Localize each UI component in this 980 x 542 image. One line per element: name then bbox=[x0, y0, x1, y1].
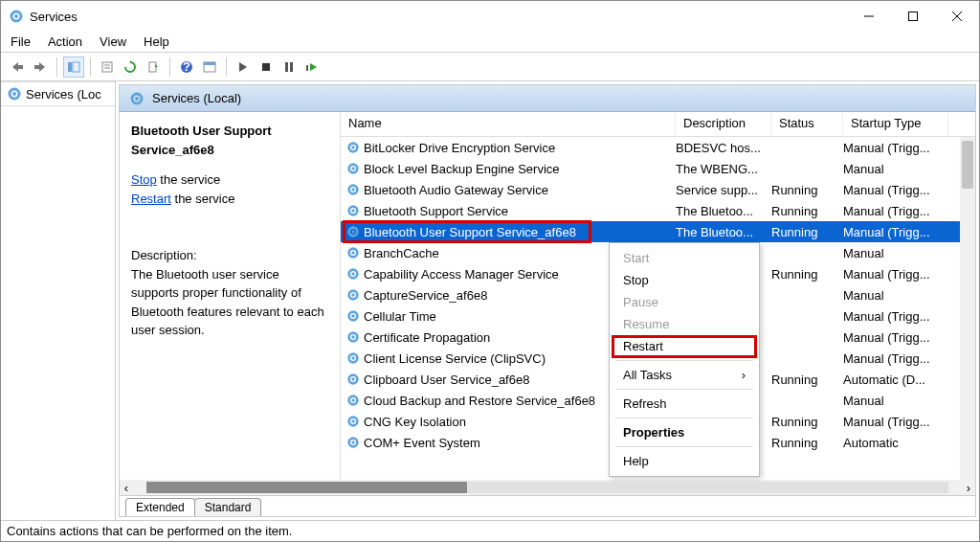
svg-point-1 bbox=[14, 14, 18, 18]
menu-view[interactable]: View bbox=[100, 34, 126, 49]
tab-standard[interactable]: Standard bbox=[194, 498, 262, 516]
svg-rect-20 bbox=[290, 62, 293, 72]
stop-service-button[interactable] bbox=[256, 56, 277, 78]
col-status[interactable]: Status bbox=[771, 112, 843, 136]
svg-point-33 bbox=[351, 209, 355, 213]
window-title: Services bbox=[30, 10, 847, 24]
toolbar: ? bbox=[1, 53, 979, 81]
horizontal-scrollbar[interactable]: ‹› bbox=[120, 480, 975, 495]
gear-icon bbox=[346, 309, 360, 323]
svg-rect-10 bbox=[102, 62, 112, 72]
vertical-scrollbar[interactable] bbox=[960, 137, 975, 480]
close-button[interactable] bbox=[935, 1, 979, 32]
svg-point-23 bbox=[12, 92, 16, 96]
gear-icon bbox=[346, 288, 360, 302]
svg-point-43 bbox=[351, 314, 355, 318]
svg-point-49 bbox=[351, 377, 355, 381]
menu-action[interactable]: Action bbox=[48, 34, 82, 49]
ctx-start: Start bbox=[610, 247, 759, 269]
svg-point-29 bbox=[351, 167, 355, 170]
back-button[interactable] bbox=[7, 56, 28, 78]
services-icon bbox=[9, 9, 24, 24]
gear-icon bbox=[346, 394, 360, 407]
svg-rect-3 bbox=[909, 12, 918, 21]
menu-help[interactable]: Help bbox=[144, 34, 169, 49]
gear-icon bbox=[346, 141, 360, 154]
menu-file[interactable]: File bbox=[11, 34, 31, 49]
svg-text:?: ? bbox=[183, 60, 190, 74]
svg-rect-19 bbox=[285, 62, 288, 72]
restart-service-button[interactable] bbox=[301, 56, 323, 78]
svg-rect-21 bbox=[306, 65, 308, 71]
svg-point-27 bbox=[351, 146, 355, 149]
panel-header: Services (Local) bbox=[120, 85, 975, 112]
help-button[interactable]: ? bbox=[176, 56, 197, 78]
gear-icon bbox=[346, 246, 360, 260]
forward-button[interactable] bbox=[30, 56, 51, 78]
ctx-properties[interactable]: Properties bbox=[610, 421, 759, 443]
gear-icon bbox=[346, 436, 360, 449]
maximize-button[interactable] bbox=[891, 1, 935, 32]
minimize-button[interactable] bbox=[847, 1, 891, 32]
toolbar-icon[interactable] bbox=[199, 56, 220, 78]
gear-icon bbox=[346, 162, 360, 175]
gear-icon bbox=[346, 183, 360, 196]
console-tree[interactable]: Services (Loc bbox=[1, 81, 116, 520]
svg-point-47 bbox=[351, 356, 355, 360]
svg-point-37 bbox=[351, 251, 355, 255]
service-row[interactable]: BitLocker Drive Encryption ServiceBDESVC… bbox=[341, 137, 975, 158]
menubar: File Action View Help bbox=[1, 32, 979, 53]
ctx-resume: Resume bbox=[610, 313, 759, 335]
column-headers[interactable]: Name Description Status Startup Type bbox=[341, 112, 975, 137]
tab-extended[interactable]: Extended bbox=[125, 498, 195, 516]
svg-rect-7 bbox=[34, 65, 39, 69]
detail-pane: Bluetooth User Support Service_af6e8 Sto… bbox=[120, 112, 340, 480]
svg-rect-13 bbox=[149, 62, 156, 72]
properties-button[interactable] bbox=[97, 56, 118, 78]
col-description[interactable]: Description bbox=[676, 112, 771, 136]
restart-link[interactable]: Restart bbox=[131, 192, 171, 206]
svg-point-51 bbox=[351, 398, 355, 402]
tree-node-services[interactable]: Services (Loc bbox=[1, 81, 115, 106]
titlebar: Services bbox=[1, 1, 979, 32]
svg-rect-17 bbox=[204, 62, 215, 65]
gear-icon bbox=[346, 351, 360, 365]
ctx-refresh[interactable]: Refresh bbox=[610, 393, 759, 415]
svg-rect-9 bbox=[73, 62, 79, 72]
main-panel: Services (Local) Bluetooth User Support … bbox=[119, 84, 976, 517]
service-row[interactable]: Bluetooth Audio Gateway ServiceService s… bbox=[341, 179, 975, 200]
services-window: Services File Action View Help ? bbox=[0, 0, 980, 542]
export-button[interactable] bbox=[143, 56, 164, 78]
svg-rect-18 bbox=[262, 63, 270, 71]
description-heading: Description: bbox=[131, 246, 328, 265]
service-row[interactable]: Bluetooth Support ServiceThe Bluetoo...R… bbox=[341, 200, 975, 221]
service-row[interactable]: Block Level Backup Engine ServiceThe WBE… bbox=[341, 158, 975, 179]
services-list[interactable]: Name Description Status Startup Type Bit… bbox=[340, 112, 975, 480]
col-startup[interactable]: Startup Type bbox=[843, 112, 948, 136]
pause-service-button[interactable] bbox=[278, 56, 300, 78]
gear-icon bbox=[346, 415, 360, 428]
svg-point-45 bbox=[351, 335, 355, 339]
svg-point-53 bbox=[351, 419, 355, 423]
svg-rect-6 bbox=[18, 65, 23, 69]
view-tabs: Extended Standard bbox=[120, 495, 975, 516]
svg-point-55 bbox=[351, 440, 355, 444]
ctx-pause: Pause bbox=[610, 291, 759, 313]
svg-rect-8 bbox=[68, 62, 72, 72]
ctx-stop[interactable]: Stop bbox=[610, 269, 759, 291]
gear-icon bbox=[346, 267, 360, 281]
start-service-button[interactable] bbox=[233, 56, 254, 78]
ctx-restart[interactable]: Restart bbox=[610, 335, 759, 357]
svg-point-35 bbox=[351, 230, 355, 234]
svg-point-31 bbox=[351, 188, 355, 192]
context-menu: Start Stop Pause Resume Restart All Task… bbox=[609, 242, 760, 477]
col-name[interactable]: Name bbox=[341, 112, 676, 136]
stop-link[interactable]: Stop bbox=[131, 172, 157, 187]
ctx-all-tasks[interactable]: All Tasks› bbox=[610, 364, 759, 386]
description-text: The Bluetooth user service supports prop… bbox=[131, 265, 328, 340]
show-hide-tree-button[interactable] bbox=[63, 56, 84, 78]
ctx-help[interactable]: Help bbox=[610, 450, 759, 472]
selected-service-name: Bluetooth User Support Service_af6e8 bbox=[131, 122, 328, 159]
service-row[interactable]: Bluetooth User Support Service_af6e8The … bbox=[341, 221, 975, 242]
refresh-button[interactable] bbox=[120, 56, 141, 78]
